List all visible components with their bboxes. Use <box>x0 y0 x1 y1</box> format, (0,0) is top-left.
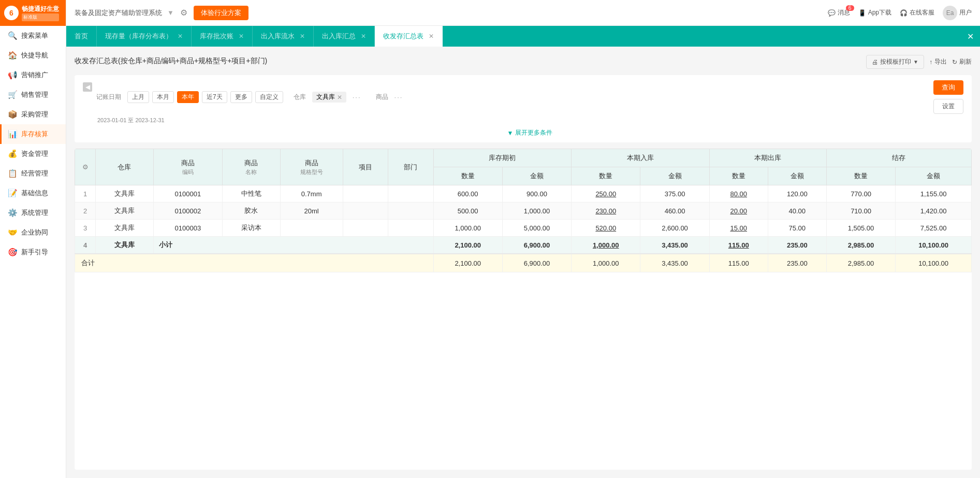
sidebar-item-operations[interactable]: 📋 经营管理 <box>0 164 66 183</box>
expand-more-btn[interactable]: ▼ 展开更多条件 <box>507 128 553 137</box>
sidebar-label-system: 系统管理 <box>21 208 48 218</box>
row-opening-qty-0: 600.00 <box>433 185 502 202</box>
content-area: 收发存汇总表(按仓库+商品编码+商品+规格型号+项目+部门) 🖨 按模板打印 ▼… <box>66 47 980 478</box>
app-download-btn[interactable]: 📱 App下载 <box>858 8 891 17</box>
experience-btn[interactable]: 体验行业方案 <box>194 6 248 20</box>
row-in-qty-2[interactable]: 520.00 <box>572 220 640 237</box>
subtotal-opening-qty: 2,100.00 <box>433 237 502 254</box>
tab-0[interactable]: 首页 <box>66 26 97 47</box>
row-in-amt-1: 460.00 <box>640 202 709 220</box>
page-title: 收发存汇总表(按仓库+商品编码+商品+规格型号+项目+部门) <box>75 56 267 66</box>
chevron-down-icon: ▼ <box>913 59 918 65</box>
tab-2[interactable]: 库存批次账✕ <box>192 26 253 47</box>
row-goods-name-0: 中性笔 <box>222 185 280 202</box>
print-icon: 🖨 <box>872 59 878 66</box>
row-out-amt-1: 40.00 <box>768 202 826 220</box>
print-btn[interactable]: 🖨 按模板打印 ▼ <box>866 55 924 69</box>
total-opening-amt: 6,900.00 <box>502 254 571 272</box>
th-goods-code: 商品编码 <box>153 149 222 185</box>
sidebar-item-quick-nav[interactable]: 🏠 快捷导航 <box>0 46 66 65</box>
sidebar-item-sales[interactable]: 🛒 销售管理 <box>0 85 66 105</box>
user-avatar[interactable]: Ea 用户 <box>943 6 972 20</box>
sidebar-icon-search: 🔍 <box>8 31 17 40</box>
sidebar-item-basic[interactable]: 📝 基础信息 <box>0 183 66 203</box>
tab-1[interactable]: 现存量（库存分布表）✕ <box>97 26 192 47</box>
date-btn-this-year[interactable]: 本年 <box>177 91 199 103</box>
goods-dots[interactable]: ··· <box>394 93 403 101</box>
tab-label-5: 收发存汇总表 <box>383 32 423 41</box>
date-btn-last-month[interactable]: 上月 <box>127 91 149 103</box>
tab-close-5[interactable]: ✕ <box>429 33 434 40</box>
subtotal-out-qty[interactable]: 115.00 <box>709 237 768 254</box>
close-all-tabs-btn[interactable]: ✕ <box>961 32 980 41</box>
date-btn-this-month[interactable]: 本月 <box>152 91 174 103</box>
sidebar-item-inventory[interactable]: 📊 库存核算 <box>0 124 66 144</box>
tab-label-1: 现存量（库存分布表） <box>105 32 172 41</box>
sidebar-label-search: 搜索菜单 <box>21 31 48 40</box>
date-btn-more[interactable]: 更多 <box>230 91 252 103</box>
row-in-qty-0[interactable]: 250.00 <box>572 185 640 202</box>
sidebar-item-search[interactable]: 🔍 搜索菜单 <box>0 26 66 46</box>
message-btn[interactable]: 💬 消息 6 <box>828 8 850 17</box>
tab-4[interactable]: 出入库汇总✕ <box>314 26 375 47</box>
tab-close-3[interactable]: ✕ <box>300 33 305 40</box>
total-opening-qty: 2,100.00 <box>433 254 502 272</box>
date-btn-custom[interactable]: 自定义 <box>255 91 283 103</box>
filter-card: ◀ 记账日期 上月 本月 本年 近7天 更多 自定义 仓库 <box>75 75 972 142</box>
date-btn-7days[interactable]: 近7天 <box>202 91 227 103</box>
filter-collapse-btn[interactable]: ◀ <box>83 82 92 92</box>
logo-icon: 6 <box>4 6 19 20</box>
gear-icon[interactable]: ⚙ <box>180 8 187 18</box>
sidebar-icon-system: ⚙️ <box>8 208 17 218</box>
warehouse-filter: 仓库 <box>294 93 306 102</box>
row-out-qty-2[interactable]: 15.00 <box>709 220 768 237</box>
subtotal-opening-amt: 6,900.00 <box>502 237 571 254</box>
subtotal-in-qty[interactable]: 1,000.00 <box>572 237 640 254</box>
subtotal-balance-qty: 2,985.00 <box>826 237 895 254</box>
row-goods-name-2: 采访本 <box>222 220 280 237</box>
tab-3[interactable]: 出入库流水✕ <box>253 26 314 47</box>
warehouse-dots[interactable]: ··· <box>353 93 361 101</box>
row-num-2: 3 <box>75 220 96 237</box>
system-select-arrow[interactable]: ▼ <box>167 9 174 17</box>
th-settings[interactable]: ⚙ <box>75 149 96 185</box>
th-in-amt: 金额 <box>640 167 709 185</box>
main-area: 装备及固定资产辅助管理系统 ▼ ⚙ 体验行业方案 💬 消息 6 📱 App下载 … <box>66 0 980 478</box>
sidebar-item-marketing[interactable]: 📢 营销推广 <box>0 65 66 85</box>
export-btn[interactable]: ↑ 导出 <box>929 57 947 66</box>
row-out-qty-1[interactable]: 20.00 <box>709 202 768 220</box>
th-group-opening: 库存期初 <box>433 149 572 167</box>
row-out-qty-0[interactable]: 80.00 <box>709 185 768 202</box>
sidebar-item-purchase[interactable]: 📦 采购管理 <box>0 105 66 124</box>
tab-close-1[interactable]: ✕ <box>178 33 183 40</box>
tab-5[interactable]: 收发存汇总表✕ <box>375 26 443 47</box>
tab-close-4[interactable]: ✕ <box>361 33 366 40</box>
row-project-2 <box>343 220 388 237</box>
online-service-btn[interactable]: 🎧 在线客服 <box>900 8 934 17</box>
tab-label-0: 首页 <box>75 32 88 41</box>
th-goods-name: 商品名称 <box>222 149 280 185</box>
sidebar-icon-finance: 💰 <box>8 149 17 158</box>
sidebar-label-guide: 新手引导 <box>21 248 48 257</box>
sidebar-item-guide[interactable]: 🎯 新手引导 <box>0 242 66 262</box>
query-button[interactable]: 查询 <box>933 80 963 95</box>
logo-text: 畅捷通好生意 标准版 <box>22 5 59 21</box>
th-group-period-out: 本期出库 <box>709 149 826 167</box>
row-in-qty-1[interactable]: 230.00 <box>572 202 640 220</box>
sidebar-item-finance[interactable]: 💰 资金管理 <box>0 144 66 164</box>
sidebar-item-collab[interactable]: 🤝 企业协同 <box>0 223 66 242</box>
warehouse-tag-close[interactable]: ✕ <box>337 94 342 101</box>
headset-icon: 🎧 <box>900 9 908 17</box>
tab-close-2[interactable]: ✕ <box>239 33 244 40</box>
row-department-2 <box>388 220 433 237</box>
refresh-btn[interactable]: ↻ 刷新 <box>952 57 972 66</box>
table-settings-icon[interactable]: ⚙ <box>82 163 89 171</box>
date-filter-label: 记账日期 <box>96 93 121 102</box>
total-balance-amt: 10,100.00 <box>896 254 972 272</box>
th-in-qty: 数量 <box>572 167 640 185</box>
row-balance-amt-2: 7,525.00 <box>896 220 972 237</box>
settings-button[interactable]: 设置 <box>933 99 963 114</box>
sidebar-item-system[interactable]: ⚙️ 系统管理 <box>0 203 66 223</box>
phone-icon: 📱 <box>858 9 866 17</box>
th-out-qty: 数量 <box>709 167 768 185</box>
